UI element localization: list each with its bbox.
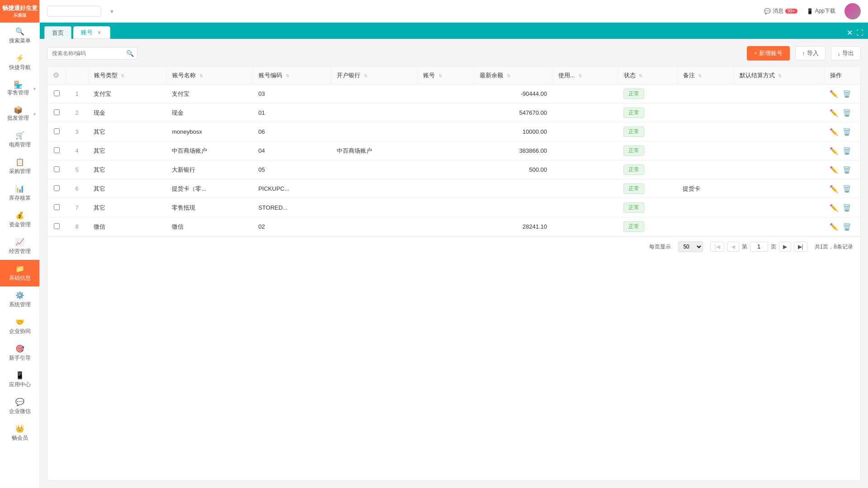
sidebar-item-app-center[interactable]: 📱 应用中心 <box>0 366 39 393</box>
add-account-button[interactable]: + 新增账号 <box>747 46 790 61</box>
window-close-icon[interactable]: ✕ <box>847 28 853 37</box>
gear-icon[interactable]: ⚙ <box>53 71 59 79</box>
toolbar-right: + 新增账号 ↑ 导入 ↓ 导出 <box>747 46 861 61</box>
row-checkbox[interactable] <box>54 90 60 96</box>
delete-icon[interactable]: 🗑️ <box>843 109 851 117</box>
search-input[interactable] <box>47 47 137 60</box>
sidebar-item-search-menu[interactable]: 🔍 搜索菜单 <box>0 23 39 49</box>
edit-icon[interactable]: ✏️ <box>830 90 838 98</box>
delete-icon[interactable]: 🗑️ <box>843 147 851 155</box>
row-bank: 中百商场账户 <box>331 141 418 160</box>
col-type[interactable]: 账号类型 ⇅ <box>88 66 166 84</box>
sidebar-item-basic-info[interactable]: 📁 基础信息 <box>0 260 39 286</box>
row-checkbox[interactable] <box>54 147 60 153</box>
sidebar-item-new-guide[interactable]: 🎯 新手引导 <box>0 340 39 366</box>
edit-icon[interactable]: ✏️ <box>830 128 838 136</box>
sidebar-item-enterprise-agreement[interactable]: 🤝 企业协同 <box>0 313 39 340</box>
edit-icon[interactable]: ✏️ <box>830 185 838 193</box>
header-search-input[interactable] <box>47 6 101 17</box>
col-default-settle[interactable]: 默认结算方式 ⇅ <box>734 66 824 84</box>
col-name[interactable]: 账号名称 ⇅ <box>166 66 253 84</box>
col-note-label: 备注 <box>683 72 695 79</box>
row-checkbox-cell[interactable] <box>47 179 66 198</box>
sidebar-item-ecommerce[interactable]: 🛒 电商管理 <box>0 127 39 153</box>
sidebar-item-inventory[interactable]: 📊 库存核算 <box>0 180 39 206</box>
row-num: 5 <box>66 160 88 179</box>
prev-page-button[interactable]: ◀ <box>727 242 739 252</box>
row-status: 正常 <box>618 198 677 217</box>
sort-icon: ⇅ <box>778 73 782 78</box>
row-checkbox-cell[interactable] <box>47 198 66 217</box>
system-icon: ⚙️ <box>15 291 24 300</box>
user-avatar[interactable] <box>844 3 861 19</box>
col-account-label: 账号 <box>423 72 435 79</box>
sidebar-item-retail-mgmt[interactable]: 🏪 零售管理 ▾ <box>0 76 39 101</box>
delete-icon[interactable]: 🗑️ <box>843 90 851 98</box>
sidebar-item-vip[interactable]: 👑 畅会员 <box>0 420 39 446</box>
export-button[interactable]: ↓ 导出 <box>831 46 861 61</box>
sort-icon: ⇅ <box>698 73 702 78</box>
row-checkbox-cell[interactable] <box>47 141 66 160</box>
import-button[interactable]: ↑ 导入 <box>795 46 826 61</box>
edit-icon[interactable]: ✏️ <box>830 204 838 212</box>
delete-icon[interactable]: 🗑️ <box>843 128 851 136</box>
app-download-button[interactable]: 📱 App下载 <box>807 7 835 15</box>
table-row: 4 其它 中百商场账户 04 中百商场账户 383866.00 正常 ✏️ 🗑️ <box>47 141 860 160</box>
row-name: moneybosx <box>166 122 253 141</box>
per-page-select[interactable]: 50 20 100 <box>678 241 703 252</box>
col-bank[interactable]: 开户银行 ⇅ <box>331 66 418 84</box>
last-page-button[interactable]: ▶| <box>794 242 807 252</box>
sidebar-item-system[interactable]: ⚙️ 系统管理 <box>0 286 39 313</box>
row-checkbox[interactable] <box>54 204 60 210</box>
import-icon: ↑ <box>802 50 805 57</box>
tab-home[interactable]: 首页 <box>44 26 71 39</box>
delete-icon[interactable]: 🗑️ <box>843 204 851 212</box>
sidebar-item-operations[interactable]: 📈 经营管理 <box>0 233 39 260</box>
edit-icon[interactable]: ✏️ <box>830 166 838 174</box>
sidebar-item-capital[interactable]: 💰 资金管理 <box>0 206 39 233</box>
app-center-icon: 📱 <box>15 371 24 380</box>
edit-icon[interactable]: ✏️ <box>830 147 838 155</box>
next-page-button[interactable]: ▶ <box>779 242 791 252</box>
row-checkbox-cell[interactable] <box>47 103 66 122</box>
col-settings[interactable]: ⚙ <box>47 66 66 84</box>
header-dropdown-icon[interactable]: ▾ <box>110 8 113 15</box>
page-input[interactable] <box>750 242 768 252</box>
chevron-down-icon: ▾ <box>33 86 36 91</box>
notification-button[interactable]: 💬 消息 99+ <box>764 7 797 15</box>
sidebar-item-label: 畅会员 <box>12 434 28 442</box>
row-checkbox[interactable] <box>54 109 60 115</box>
delete-icon[interactable]: 🗑️ <box>843 223 851 231</box>
window-expand-icon[interactable]: ⛶ <box>856 29 863 37</box>
row-checkbox[interactable] <box>54 166 60 172</box>
row-bank <box>331 179 418 198</box>
col-account[interactable]: 账号 ⇅ <box>418 66 474 84</box>
table-row: 6 其它 提货卡（零... PICKUPC... 正常 提货卡 ✏️ 🗑️ <box>47 179 860 198</box>
tabs-bar: 首页 账号 ✕ ✕ ⛶ <box>40 23 868 39</box>
col-usage[interactable]: 使用... ⇅ <box>552 66 618 84</box>
tab-close-icon[interactable]: ✕ <box>95 29 103 36</box>
sidebar-item-quick-nav[interactable]: ⚡ 快捷导航 <box>0 49 39 76</box>
row-checkbox-cell[interactable] <box>47 217 66 236</box>
edit-icon[interactable]: ✏️ <box>830 223 838 231</box>
sidebar-item-wholesale-mgmt[interactable]: 📦 批发管理 ▾ <box>0 101 39 127</box>
col-balance[interactable]: 最新余额 ⇅ <box>474 66 552 84</box>
tab-account[interactable]: 账号 ✕ <box>73 26 110 39</box>
sidebar-item-purchase[interactable]: 📋 采购管理 <box>0 153 39 180</box>
col-status[interactable]: 状态 ⇅ <box>618 66 677 84</box>
first-page-button[interactable]: |◀ <box>710 242 724 252</box>
edit-icon[interactable]: ✏️ <box>830 109 838 117</box>
row-checkbox[interactable] <box>54 128 60 134</box>
inventory-icon: 📊 <box>15 184 24 193</box>
row-checkbox[interactable] <box>54 223 60 229</box>
row-checkbox-cell[interactable] <box>47 84 66 103</box>
col-code[interactable]: 账号编码 ⇅ <box>253 66 331 84</box>
status-badge: 正常 <box>623 183 644 194</box>
row-checkbox-cell[interactable] <box>47 160 66 179</box>
delete-icon[interactable]: 🗑️ <box>843 166 851 174</box>
col-note[interactable]: 备注 ⇅ <box>677 66 734 84</box>
sidebar-item-enterprise-wechat[interactable]: 💬 企业微信 <box>0 393 39 420</box>
row-checkbox[interactable] <box>54 185 60 191</box>
delete-icon[interactable]: 🗑️ <box>843 185 851 193</box>
row-checkbox-cell[interactable] <box>47 122 66 141</box>
